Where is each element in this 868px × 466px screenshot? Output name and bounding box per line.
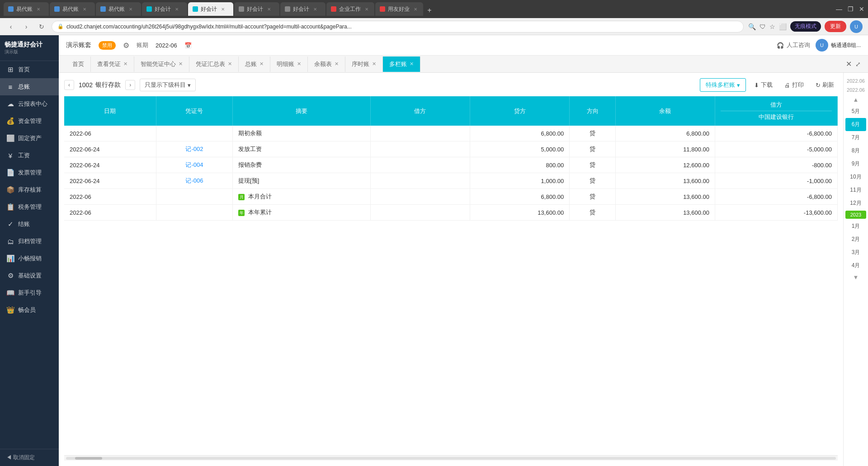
tab-journal-close[interactable]: ✕	[372, 61, 376, 67]
prev-subject-button[interactable]: ‹	[64, 80, 74, 90]
tab-close-5[interactable]: ✕	[220, 6, 226, 12]
refresh-button[interactable]: ↻ 刷新	[812, 79, 838, 91]
tab-close-6[interactable]: ✕	[266, 6, 272, 12]
sidebar-item-cloud[interactable]: ☁ 云报表中心	[0, 95, 59, 113]
browser-tab-6[interactable]: 好会计 ✕	[234, 2, 279, 16]
tab-close-3[interactable]: ✕	[127, 6, 134, 12]
browser-tab-5[interactable]: 好会计 ✕	[188, 2, 233, 16]
tab-balance-close[interactable]: ✕	[335, 61, 339, 67]
tab-close-9[interactable]: ✕	[412, 6, 419, 12]
month-item-jul[interactable]: 7月	[844, 131, 868, 144]
sidebar-item-expense[interactable]: 📊 小畅报销	[0, 250, 59, 267]
month-item-dec[interactable]: 12月	[844, 197, 868, 210]
tab-voucher-summary-close[interactable]: ✕	[228, 61, 232, 67]
scroll-thumb[interactable]	[75, 457, 102, 460]
month-scroll-up[interactable]: ▲	[844, 94, 868, 105]
unpin-button[interactable]: ◀ 取消固定	[0, 449, 59, 466]
month-item-feb[interactable]: 2月	[844, 233, 868, 246]
tab-home[interactable]: 首页	[66, 56, 91, 72]
restore-button[interactable]: ❐	[848, 5, 854, 13]
shield-icon[interactable]: 🛡	[760, 23, 766, 30]
sidebar-item-tax[interactable]: 📋 税务管理	[0, 198, 59, 216]
print-button[interactable]: 🖨 打印	[781, 79, 807, 91]
consult-button[interactable]: 🎧 人工咨询	[777, 41, 810, 49]
star-icon[interactable]: ☆	[769, 23, 775, 30]
browser-user-avatar[interactable]: U	[850, 20, 863, 33]
browser-tab-2[interactable]: 易代账 ✕	[50, 2, 95, 16]
tab-voucher-view[interactable]: 查看凭证 ✕	[91, 56, 134, 72]
sidebar-item-home[interactable]: ⊞ 首页	[0, 61, 59, 78]
forward-button[interactable]: ›	[21, 21, 32, 32]
month-item-apr[interactable]: 4月	[844, 259, 868, 272]
tab-general-ledger-close[interactable]: ✕	[259, 61, 264, 67]
multi-col-button[interactable]: 特殊多栏账 ▾	[700, 78, 746, 92]
month-item-oct[interactable]: 10月	[844, 170, 868, 184]
sidebar-item-assets[interactable]: ⬜ 固定资产	[0, 130, 59, 147]
sidebar-item-settings[interactable]: ⚙ 基础设置	[0, 267, 59, 284]
tab-detail-ledger[interactable]: 明细账 ✕	[270, 56, 308, 72]
month-item-nov[interactable]: 11月	[844, 184, 868, 197]
back-button[interactable]: ‹	[5, 21, 16, 32]
tab-close-8[interactable]: ✕	[363, 6, 370, 12]
voucher-link-3[interactable]: 记-006	[185, 177, 203, 184]
tab-close-4[interactable]: ✕	[174, 6, 180, 12]
tab-close-7[interactable]: ✕	[312, 6, 318, 12]
url-input[interactable]: 🔒 cloud2.chanjet.com/accounting/uh26t264…	[52, 21, 744, 33]
sidebar-item-inventory[interactable]: 📦 库存核算	[0, 181, 59, 198]
expand-button[interactable]: ⤢	[855, 61, 861, 68]
tab-detail-ledger-close[interactable]: ✕	[297, 61, 301, 67]
wuhen-mode-button[interactable]: 无痕模式	[790, 21, 821, 32]
tab-close-1[interactable]: ✕	[35, 6, 42, 12]
year-label-2023[interactable]: 2023	[845, 211, 866, 219]
tab-journal[interactable]: 序时账 ✕	[345, 56, 383, 72]
month-scroll-down[interactable]: ▼	[844, 272, 868, 282]
browser-tab-3[interactable]: 易代账 ✕	[96, 2, 141, 16]
update-button[interactable]: 更新	[825, 21, 846, 32]
sidebar-item-guide[interactable]: 📖 新手引导	[0, 284, 59, 301]
month-item-sep[interactable]: 9月	[844, 157, 868, 170]
tab-voucher-view-close[interactable]: ✕	[123, 61, 127, 67]
close-panel-button[interactable]: ✕	[846, 60, 852, 68]
download-button[interactable]: ⬇ 下载	[750, 79, 776, 91]
horizontal-scrollbar[interactable]	[64, 455, 838, 461]
browser-tab-4[interactable]: 好会计 ✕	[142, 2, 187, 16]
month-item-aug[interactable]: 8月	[844, 144, 868, 157]
filter-dropdown[interactable]: 只显示下级科目 ▾	[140, 79, 196, 91]
sidebar-item-funds[interactable]: 💰 资金管理	[0, 113, 59, 130]
refresh-nav-button[interactable]: ↻	[36, 21, 47, 32]
month-item-jan[interactable]: 1月	[844, 220, 868, 233]
new-tab-button[interactable]: +	[424, 5, 435, 16]
tab-smart-voucher-close[interactable]: ✕	[179, 61, 183, 67]
sidebar-item-archive[interactable]: 🗂 归档管理	[0, 233, 59, 250]
calendar-icon[interactable]: 📅	[184, 42, 192, 49]
month-item-may[interactable]: 5月	[844, 105, 868, 118]
account-badge[interactable]: 禁用	[99, 41, 116, 50]
account-settings-icon[interactable]: ⚙	[123, 41, 129, 50]
tab-voucher-summary[interactable]: 凭证汇总表 ✕	[189, 56, 239, 72]
minimize-button[interactable]: —	[836, 5, 842, 13]
sidebar-item-payroll[interactable]: ¥ 工资	[0, 147, 59, 164]
month-item-jun[interactable]: 6月	[845, 118, 866, 131]
tab-multi-col[interactable]: 多栏账 ✕	[383, 56, 420, 72]
browser-tab-7[interactable]: 好会计 ✕	[280, 2, 326, 16]
sidebar-item-closing[interactable]: ✓ 结账	[0, 216, 59, 233]
tab-smart-voucher[interactable]: 智能凭证中心 ✕	[134, 56, 189, 72]
close-button[interactable]: ✕	[859, 5, 864, 13]
next-subject-button[interactable]: ›	[125, 80, 135, 90]
tab-balance[interactable]: 余额表 ✕	[308, 56, 345, 72]
profile-icon[interactable]: ⬜	[779, 23, 787, 30]
browser-tab-8[interactable]: 企业工作 ✕	[326, 2, 374, 16]
search-icon[interactable]: 🔍	[748, 23, 756, 30]
tab-multi-col-close[interactable]: ✕	[410, 61, 414, 67]
user-avatar[interactable]: U	[816, 39, 828, 52]
sidebar-item-ledger[interactable]: ≡ 总账	[0, 78, 59, 95]
voucher-link-1[interactable]: 记-002	[185, 146, 203, 152]
sidebar-item-member[interactable]: 👑 畅会员	[0, 301, 59, 319]
sidebar-item-invoice[interactable]: 📄 发票管理	[0, 164, 59, 181]
browser-tab-1[interactable]: 易代账 ✕	[4, 2, 49, 16]
voucher-link-2[interactable]: 记-004	[185, 161, 203, 168]
tab-general-ledger[interactable]: 总账 ✕	[239, 56, 270, 72]
month-item-mar[interactable]: 3月	[844, 246, 868, 259]
browser-tab-9[interactable]: 用友好业 ✕	[375, 2, 423, 16]
tab-close-2[interactable]: ✕	[81, 6, 88, 12]
